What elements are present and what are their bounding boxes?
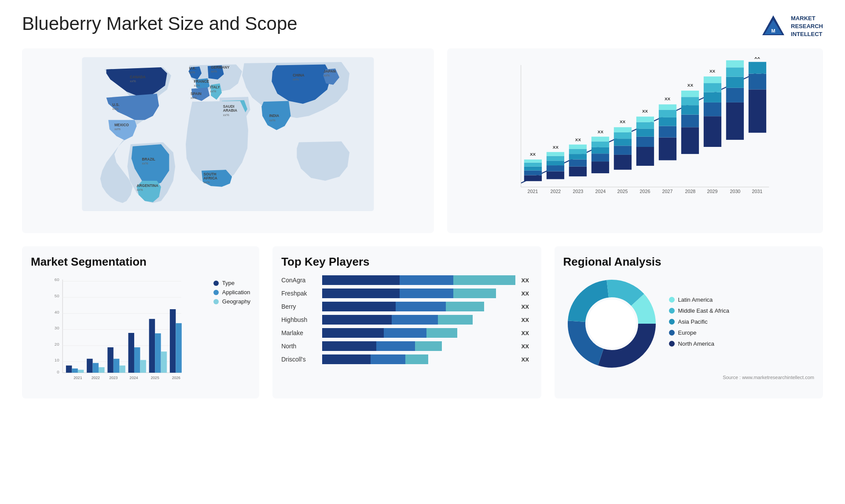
svg-rect-77 (636, 129, 654, 137)
player-bar-berry (322, 302, 515, 311)
svg-text:XX: XX (687, 83, 694, 88)
player-row-freshpak: Freshpak XX (281, 289, 532, 298)
player-bar-conagra (322, 275, 515, 285)
svg-text:2030: 2030 (730, 189, 740, 194)
svg-text:2031: 2031 (752, 189, 762, 194)
svg-text:ITALY: ITALY (210, 85, 220, 89)
svg-text:2029: 2029 (707, 189, 717, 194)
type-dot (213, 281, 219, 286)
svg-rect-55 (569, 160, 587, 167)
svg-rect-69 (614, 146, 632, 155)
svg-rect-89 (681, 127, 699, 154)
svg-rect-90 (681, 115, 699, 128)
regional-container: Regional Analysis Latin America (555, 246, 823, 398)
svg-text:CANADA: CANADA (130, 75, 146, 79)
regional-title: Regional Analysis (563, 255, 814, 269)
svg-text:0: 0 (57, 369, 59, 374)
player-name-conagra: ConAgra (281, 277, 319, 284)
key-players-title: Top Key Players (281, 255, 532, 269)
svg-rect-61 (592, 161, 609, 173)
legend-north-america: North America (669, 340, 729, 347)
svg-text:xx%: xx% (204, 180, 210, 184)
svg-text:2025: 2025 (617, 189, 628, 194)
svg-text:U.S.: U.S. (112, 103, 119, 107)
asia-pacific-label: Asia Pacific (678, 318, 708, 325)
player-name-driscoll: Driscoll's (281, 356, 319, 363)
svg-rect-111 (749, 74, 766, 90)
player-bar-driscoll (322, 354, 515, 364)
player-row-highbush: Highbush XX (281, 315, 532, 325)
svg-text:2022: 2022 (92, 376, 100, 380)
middle-east-label: Middle East & Africa (678, 307, 729, 314)
svg-rect-49 (547, 161, 564, 165)
svg-rect-98 (704, 92, 721, 102)
svg-rect-64 (592, 141, 609, 147)
regional-legend: Latin America Middle East & Africa Asia … (669, 296, 729, 351)
svg-text:ARABIA: ARABIA (223, 109, 237, 113)
geography-dot (213, 299, 219, 304)
growth-chart-svg: XX 2021 XX 2022 XX 2023 XX 20 (456, 57, 814, 207)
regional-content: Latin America Middle East & Africa Asia … (563, 275, 814, 372)
svg-text:SPAIN: SPAIN (191, 92, 202, 96)
top-section: CANADA xx% U.S. xx% MEXICO xx% BRAZIL xx… (22, 48, 823, 233)
svg-text:2024: 2024 (129, 376, 138, 380)
svg-text:MEXICO: MEXICO (114, 123, 129, 127)
svg-text:AFRICA: AFRICA (204, 176, 217, 180)
svg-rect-82 (659, 138, 676, 161)
svg-text:GERMANY: GERMANY (211, 66, 230, 69)
svg-text:40: 40 (55, 310, 59, 314)
svg-rect-107 (726, 60, 744, 67)
growth-chart-container: XX 2021 XX 2022 XX 2023 XX 20 (447, 48, 823, 233)
svg-rect-144 (140, 360, 146, 373)
latin-america-label: Latin America (678, 296, 713, 303)
legend-type: Type (213, 280, 250, 286)
svg-text:50: 50 (55, 293, 59, 298)
svg-rect-50 (547, 156, 564, 161)
svg-rect-72 (614, 127, 632, 132)
svg-text:xx%: xx% (293, 77, 299, 81)
svg-rect-93 (681, 91, 699, 97)
svg-text:xx%: xx% (142, 161, 148, 165)
logo: M MARKET RESEARCH INTELLECT (760, 13, 823, 40)
north-america-label: North America (678, 340, 714, 347)
svg-text:XX: XX (575, 137, 581, 142)
world-map-container: CANADA xx% U.S. xx% MEXICO xx% BRAZIL xx… (22, 48, 434, 233)
svg-rect-112 (749, 62, 766, 74)
svg-rect-84 (659, 117, 676, 126)
svg-text:2022: 2022 (550, 189, 561, 194)
player-row-conagra: ConAgra XX (281, 275, 532, 285)
svg-rect-104 (726, 88, 744, 102)
segmentation-container: Market Segmentation 60 50 40 30 20 10 0 (22, 246, 259, 398)
svg-rect-138 (107, 347, 113, 373)
svg-rect-150 (170, 309, 176, 373)
svg-text:XX: XX (553, 145, 559, 150)
player-name-marlake: Marlake (281, 329, 319, 336)
svg-text:SOUTH: SOUTH (204, 172, 217, 176)
svg-rect-75 (636, 147, 654, 166)
source-text: Source : www.marketresearchintellect.com (563, 375, 814, 380)
svg-text:xx%: xx% (194, 84, 200, 88)
segmentation-title: Market Segmentation (31, 255, 250, 269)
player-row-north: North XX (281, 341, 532, 351)
svg-text:M: M (771, 28, 775, 33)
svg-text:2021: 2021 (73, 376, 82, 380)
svg-text:XX: XX (642, 109, 648, 113)
svg-rect-136 (99, 367, 104, 373)
svg-text:xx%: xx% (210, 89, 216, 93)
svg-rect-99 (704, 83, 721, 92)
page-header: Blueberry Market Size and Scope M MARKET… (22, 13, 823, 40)
svg-rect-92 (681, 97, 699, 105)
svg-rect-70 (614, 139, 632, 146)
svg-text:INDIA: INDIA (269, 114, 279, 118)
svg-rect-51 (547, 152, 564, 156)
svg-text:XX: XX (709, 69, 716, 73)
svg-rect-132 (78, 370, 84, 373)
svg-text:XX: XX (620, 119, 626, 124)
svg-text:CHINA: CHINA (293, 73, 304, 77)
svg-rect-71 (614, 132, 632, 139)
donut-chart-svg (563, 275, 660, 372)
legend-latin-america: Latin America (669, 296, 729, 303)
svg-rect-58 (569, 145, 587, 149)
svg-rect-43 (524, 163, 542, 167)
europe-dot (669, 330, 675, 336)
